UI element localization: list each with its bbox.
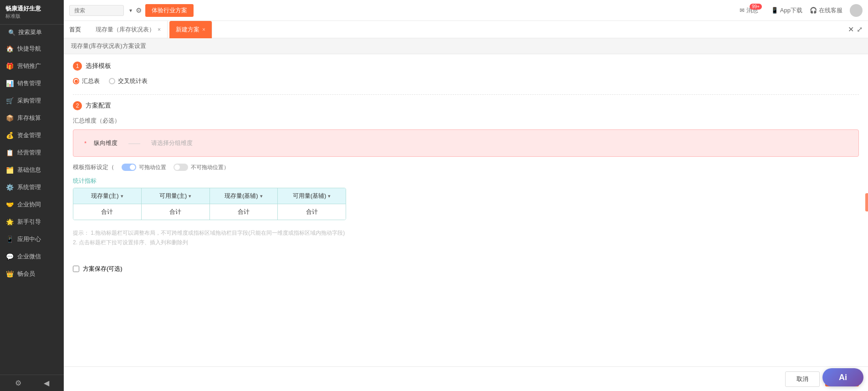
tips-area: 提示： 1.拖动标题栏可以调整布局，不可跨维度或指标区域拖动栏目字段(只能在同一… xyxy=(73,226,859,252)
col-body-0: 合计 xyxy=(73,204,142,220)
radio-summary[interactable] xyxy=(73,78,79,84)
enterprise-icon: 🤝 xyxy=(5,201,14,209)
headset-icon: 🎧 xyxy=(810,7,817,14)
tab-expand-icon[interactable]: ⤢ xyxy=(857,25,863,34)
col-summary-1: 合计 xyxy=(169,208,181,216)
message-badge: 99+ xyxy=(750,4,762,10)
section-step1: 1 选择模板 汇总表 交叉统计表 xyxy=(73,62,859,85)
sidebar-item-label: 资金管理 xyxy=(17,131,41,139)
sidebar-item-app-center[interactable]: 📱 应用中心 xyxy=(0,231,64,248)
sidebar-item-wechat[interactable]: 💬 企业微信 xyxy=(0,248,64,265)
sidebar-item-inventory[interactable]: 📦 库存核算 xyxy=(0,109,64,127)
tab-new-scheme[interactable]: 新建方案 × xyxy=(169,21,212,38)
col-header-0[interactable]: 现存量(主) ▾ xyxy=(73,188,142,204)
sidebar: 畅康通好生意 标准版 🔍 搜索菜单 🏠 快捷导航 🎁 营销推广 📊 销售管理 🛒… xyxy=(0,0,64,391)
col-header-label-0: 现存量(主) xyxy=(91,192,119,200)
sidebar-item-purchase[interactable]: 🛒 采购管理 xyxy=(0,92,64,109)
sidebar-item-enterprise[interactable]: 🤝 企业协同 xyxy=(0,196,64,213)
topbar-gear-icon[interactable]: ⚙ xyxy=(136,6,142,15)
col-summary-2: 合计 xyxy=(238,208,250,216)
summary-dim-label: 汇总维度（必选） xyxy=(73,117,859,125)
app-name: 畅康通好生意 xyxy=(5,5,58,13)
toggle-dot xyxy=(130,165,135,170)
radio-cross[interactable] xyxy=(109,78,115,84)
collapse-icon[interactable]: ◀ xyxy=(44,379,49,387)
tab-inventory[interactable]: 现存量（库存状况表） × xyxy=(89,21,168,38)
step2-num: 2 xyxy=(73,101,82,110)
sidebar-item-operation[interactable]: 📋 经营管理 xyxy=(0,144,64,161)
sidebar-item-guide[interactable]: 🌟 新手引导 xyxy=(0,213,64,231)
cancel-button[interactable]: 取消 xyxy=(785,371,820,387)
step1-num: 1 xyxy=(73,62,82,71)
col-header-3[interactable]: 可用量(基辅) ▾ xyxy=(278,188,346,204)
col-chevron-1[interactable]: ▾ xyxy=(189,193,191,199)
message-button[interactable]: ✉ 消息 99+ xyxy=(740,6,758,15)
template-options: 汇总表 交叉统计表 xyxy=(73,77,859,85)
sidebar-item-label: 采购管理 xyxy=(17,97,41,105)
tab-home-label: 首页 xyxy=(69,26,81,34)
col-header-1[interactable]: 可用量(主) ▾ xyxy=(142,188,210,204)
wechat-icon: 💬 xyxy=(5,252,14,261)
topbar-search-input[interactable] xyxy=(69,5,124,16)
option-summary[interactable]: 汇总表 xyxy=(73,77,100,85)
sidebar-item-quick-nav[interactable]: 🏠 快捷导航 xyxy=(0,40,64,57)
sidebar-footer: ⚙ ◀ xyxy=(0,375,64,391)
app-download-button[interactable]: 📱 App下载 xyxy=(771,6,802,15)
col-chevron-2[interactable]: ▾ xyxy=(260,193,263,199)
right-edge-indicator[interactable] xyxy=(865,193,868,211)
tab-new-scheme-close[interactable]: × xyxy=(202,26,205,33)
option-summary-label: 汇总表 xyxy=(82,77,100,85)
service-label: 在线客服 xyxy=(819,6,842,15)
col-body-3: 合计 xyxy=(278,204,346,220)
col-chevron-3[interactable]: ▾ xyxy=(328,193,331,199)
tab-home[interactable]: 首页 xyxy=(69,21,87,38)
save-checkbox[interactable] xyxy=(73,266,79,272)
finance-icon: 💰 xyxy=(5,131,14,139)
sidebar-item-basic-info[interactable]: 🗂️ 基础信息 xyxy=(0,161,64,179)
trial-button[interactable]: 体验行业方案 xyxy=(145,4,194,17)
sidebar-item-label: 销售管理 xyxy=(17,79,41,87)
col-header-label-3: 可用量(基辅) xyxy=(293,192,327,200)
sidebar-item-sales[interactable]: 📊 销售管理 xyxy=(0,75,64,92)
chevron-down-icon: ▾ xyxy=(129,7,132,14)
col-chevron-0[interactable]: ▾ xyxy=(121,193,123,199)
sidebar-item-label: 畅会员 xyxy=(17,270,35,278)
draggable-toggle-switch[interactable] xyxy=(122,164,136,171)
tab-close-all-icon[interactable]: ✕ xyxy=(848,25,854,34)
stats-label: 统计指标 xyxy=(73,177,859,185)
settings-icon[interactable]: ⚙ xyxy=(15,379,21,387)
guide-icon: 🌟 xyxy=(5,218,14,226)
option-cross[interactable]: 交叉统计表 xyxy=(109,77,148,85)
basic-info-icon: 🗂️ xyxy=(5,166,14,174)
step1-title: 选择模板 xyxy=(86,62,111,70)
service-button[interactable]: 🎧 在线客服 xyxy=(810,6,842,15)
sidebar-item-label: 系统管理 xyxy=(17,183,41,191)
col-header-2[interactable]: 现存量(基辅) ▾ xyxy=(210,188,278,204)
sidebar-item-system[interactable]: ⚙️ 系统管理 xyxy=(0,179,64,196)
user-avatar[interactable] xyxy=(850,4,863,17)
tab-inventory-label: 现存量（库存状况表） xyxy=(96,26,155,34)
sidebar-search-label: 搜索菜单 xyxy=(18,28,42,36)
tip-2: 2. 点击标题栏下拉可设置排序、插入列和删除列 xyxy=(73,239,859,247)
section-divider-1 xyxy=(73,94,859,95)
tip-1-text: 1.拖动标题栏可以调整布局，不可跨维度或指标区域拖动栏目字段(只能在同一维度或指… xyxy=(91,230,345,236)
topbar-dropdown-button[interactable]: ▾ xyxy=(128,7,132,14)
dimension-area[interactable]: * 纵向维度 —— 请选择分组维度 xyxy=(73,129,859,157)
ai-float-button[interactable]: Ai xyxy=(822,368,863,386)
content-area: 现存量(库存状况表)方案设置 1 选择模板 汇总表 xyxy=(64,38,868,366)
tab-inventory-close[interactable]: × xyxy=(158,26,161,33)
inventory-icon: 📦 xyxy=(5,114,14,122)
topbar-left: ▾ ⚙ 体验行业方案 xyxy=(69,4,740,17)
sidebar-item-finance[interactable]: 💰 资金管理 xyxy=(0,127,64,144)
col-summary-3: 合计 xyxy=(306,208,318,216)
sidebar-logo: 畅康通好生意 标准版 xyxy=(0,0,64,25)
sidebar-item-marketing[interactable]: 🎁 营销推广 xyxy=(0,57,64,75)
required-mark: * xyxy=(84,140,87,147)
sidebar-search[interactable]: 🔍 搜索菜单 xyxy=(0,25,64,40)
main-area: ▾ ⚙ 体验行业方案 ✉ 消息 99+ 📱 App下载 🎧 在线客服 首页 xyxy=(64,0,868,391)
sidebar-item-label: 经营管理 xyxy=(17,149,41,157)
sidebar-item-label: 库存核算 xyxy=(17,114,41,122)
page-title: 现存量(库存状况表)方案设置 xyxy=(64,38,868,54)
sidebar-item-vip[interactable]: 👑 畅会员 xyxy=(0,265,64,283)
vip-icon: 👑 xyxy=(5,270,14,278)
